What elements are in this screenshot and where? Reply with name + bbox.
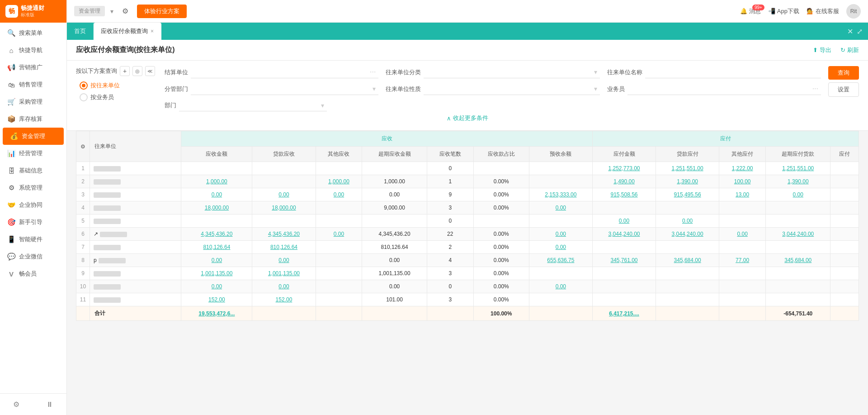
data-cell[interactable]: 0.00 <box>529 280 592 293</box>
sidebar-item-sales[interactable]: 🛍 销售管理 <box>0 76 66 93</box>
data-cell[interactable] <box>529 175 592 188</box>
data-cell[interactable]: 77.00 <box>719 254 766 267</box>
data-cell[interactable] <box>656 293 719 306</box>
refresh-btn[interactable]: ↻ 刷新 <box>840 46 859 54</box>
online-service-btn[interactable]: 💁 在线客服 <box>807 7 839 15</box>
data-cell[interactable]: 13.00 <box>719 188 766 201</box>
sidebar-item-guide[interactable]: 🎯 新手引导 <box>0 214 66 231</box>
data-cell[interactable] <box>719 280 766 293</box>
data-cell[interactable]: 100.00 <box>719 175 766 188</box>
data-cell[interactable]: 0.00 <box>252 188 316 201</box>
data-cell[interactable] <box>592 241 656 254</box>
collapse-btn[interactable]: ∧ 收起更多条件 <box>76 111 859 125</box>
data-cell[interactable]: 0.00 <box>181 188 252 201</box>
sidebar-item-search[interactable]: 🔍 搜索菜单 <box>0 24 66 42</box>
data-cell[interactable]: 3,044,240.00 <box>592 228 656 241</box>
data-cell[interactable] <box>766 241 830 254</box>
data-cell[interactable] <box>766 201 830 215</box>
data-cell[interactable] <box>766 280 830 293</box>
data-cell[interactable]: 915,495.56 <box>656 188 719 201</box>
data-cell[interactable] <box>766 215 830 228</box>
data-cell[interactable] <box>766 267 830 280</box>
data-cell[interactable] <box>529 293 592 306</box>
data-cell[interactable] <box>656 280 719 293</box>
data-cell[interactable]: 345,684.00 <box>766 254 830 267</box>
tab-close-icon[interactable]: × <box>151 28 154 34</box>
footer-receivable-amount[interactable]: 19,553,472,6... <box>181 306 252 321</box>
sidebar-item-quicknav[interactable]: ⌂ 快捷导航 <box>0 42 66 59</box>
dept-input[interactable]: ▾ <box>179 100 327 111</box>
sidebar-item-system[interactable]: ⚙ 系统管理 <box>0 179 66 196</box>
data-cell[interactable]: 2,153,333.00 <box>529 188 592 201</box>
data-cell[interactable] <box>592 267 656 280</box>
data-cell[interactable] <box>529 162 592 175</box>
settlement-unit-input[interactable]: ··· <box>191 66 378 78</box>
tab-receivable[interactable]: 应收应付余额查询 × <box>94 23 161 40</box>
tab-expand-btn[interactable]: ⤢ <box>857 27 863 36</box>
promo-button[interactable]: 体验行业方案 <box>137 5 187 18</box>
data-cell[interactable] <box>592 280 656 293</box>
data-cell[interactable] <box>316 215 362 228</box>
notification-btn[interactable]: 🔔 消息 99+ <box>740 7 761 15</box>
footer-payable-amount[interactable]: 6,417,215.... <box>592 306 656 321</box>
data-cell[interactable]: 0.00 <box>252 254 316 267</box>
data-cell[interactable]: 152.00 <box>181 293 252 306</box>
data-cell[interactable] <box>719 267 766 280</box>
data-cell[interactable]: 1,490.00 <box>592 175 656 188</box>
data-cell[interactable] <box>656 201 719 215</box>
data-cell[interactable] <box>719 293 766 306</box>
data-cell[interactable] <box>719 215 766 228</box>
data-cell[interactable] <box>316 280 362 293</box>
settings-footer-btn[interactable]: ⚙ <box>9 398 23 410</box>
sidebar-item-finance[interactable]: 💰 资金管理 <box>3 128 64 145</box>
filter-option-salesperson[interactable]: 按业务员 <box>76 91 157 103</box>
data-cell[interactable]: 3,044,240.00 <box>766 228 830 241</box>
data-cell[interactable] <box>529 267 592 280</box>
data-cell[interactable]: 1,000.00 <box>181 175 252 188</box>
data-cell[interactable]: 0.00 <box>529 241 592 254</box>
data-cell[interactable] <box>316 162 362 175</box>
data-cell[interactable]: 810,126.64 <box>252 241 316 254</box>
data-cell[interactable]: 345,684.00 <box>656 254 719 267</box>
data-cell[interactable]: 0.00 <box>529 228 592 241</box>
sidebar-item-inventory[interactable]: 📦 库存核算 <box>0 110 66 128</box>
data-cell[interactable] <box>719 241 766 254</box>
data-cell[interactable] <box>181 215 252 228</box>
data-cell[interactable]: 0.00 <box>719 228 766 241</box>
sidebar-item-collab[interactable]: 🤝 企业协同 <box>0 196 66 214</box>
sidebar-item-hardware[interactable]: 📱 智能硬件 <box>0 231 66 248</box>
data-cell[interactable] <box>766 293 830 306</box>
data-cell[interactable]: 0.00 <box>316 228 362 241</box>
data-cell[interactable]: 915,508.56 <box>592 188 656 201</box>
data-cell[interactable] <box>656 241 719 254</box>
sidebar-item-purchase[interactable]: 🛒 采购管理 <box>0 93 66 110</box>
data-cell[interactable] <box>252 175 316 188</box>
app-download-btn[interactable]: 📲 App下载 <box>768 7 799 15</box>
data-cell[interactable] <box>316 267 362 280</box>
data-cell[interactable]: 1,390.00 <box>766 175 830 188</box>
filter-add-btn[interactable]: + <box>120 66 130 76</box>
partner-category-input[interactable]: ▾ <box>424 67 599 78</box>
data-cell[interactable]: 1,251,551.00 <box>766 162 830 175</box>
filter-option-company[interactable]: 按往来单位 <box>76 80 157 91</box>
data-cell[interactable]: 1,222.00 <box>719 162 766 175</box>
data-cell[interactable]: 345,761.00 <box>592 254 656 267</box>
data-cell[interactable]: 1,390.00 <box>656 175 719 188</box>
data-cell[interactable]: 1,252,773.00 <box>592 162 656 175</box>
data-cell[interactable]: 0.00 <box>529 201 592 215</box>
data-cell[interactable]: 1,000.00 <box>316 175 362 188</box>
data-cell[interactable]: 18,000.00 <box>252 201 316 215</box>
data-cell[interactable] <box>529 215 592 228</box>
branch-dept-input[interactable]: ▾ <box>191 83 378 95</box>
data-cell[interactable]: 3,044,240.00 <box>656 228 719 241</box>
export-btn[interactable]: ⬆ 导出 <box>813 46 831 54</box>
data-cell[interactable] <box>252 215 316 228</box>
data-cell[interactable]: 0.00 <box>656 215 719 228</box>
data-cell[interactable]: 0.00 <box>766 188 830 201</box>
data-cell[interactable]: 4,345,436.20 <box>181 228 252 241</box>
data-cell[interactable] <box>719 201 766 215</box>
data-cell[interactable]: 1,001,135.00 <box>252 267 316 280</box>
data-cell[interactable]: 655,636.75 <box>529 254 592 267</box>
data-cell[interactable]: 0.00 <box>316 188 362 201</box>
data-cell[interactable]: 0.00 <box>592 215 656 228</box>
